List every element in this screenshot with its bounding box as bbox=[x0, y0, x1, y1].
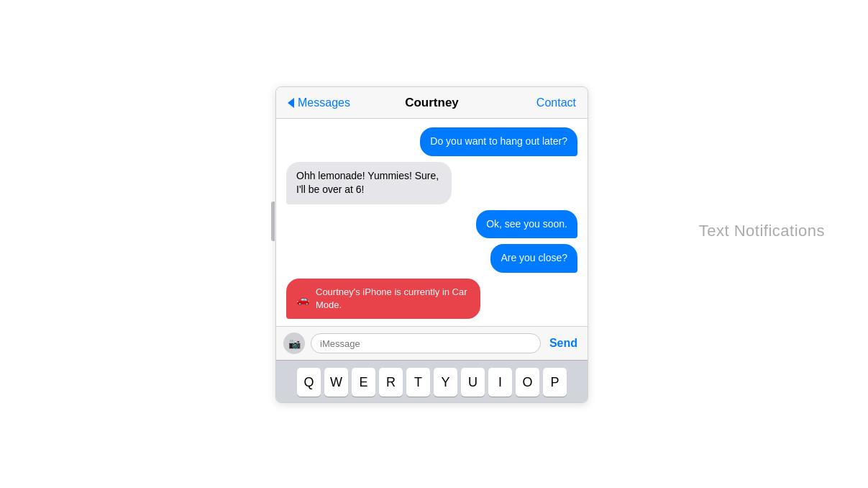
messages-header: Messages Courtney Contact bbox=[276, 87, 588, 119]
chevron-left-icon bbox=[288, 98, 294, 108]
key-q[interactable]: Q bbox=[297, 368, 321, 397]
message-bubble-out-3: Are you close? bbox=[490, 244, 577, 273]
key-i[interactable]: I bbox=[488, 368, 512, 397]
contact-button[interactable]: Contact bbox=[536, 96, 576, 109]
message-bubble-out-2: Ok, see you soon. bbox=[476, 210, 577, 239]
send-button[interactable]: Send bbox=[547, 337, 580, 350]
message-bubble-out-1: Do you want to hang out later? bbox=[420, 127, 577, 156]
car-icon: 🚗 bbox=[296, 292, 310, 307]
text-notifications-label: Text Notifications bbox=[699, 222, 825, 240]
key-r[interactable]: R bbox=[379, 368, 403, 397]
key-y[interactable]: Y bbox=[434, 368, 457, 397]
keyboard-area: Q W E R T Y U I O P bbox=[276, 360, 588, 402]
message-text: Ohh lemonade! Yummies! Sure, I'll be ove… bbox=[296, 170, 439, 196]
message-text: Do you want to hang out later? bbox=[430, 135, 567, 147]
key-t[interactable]: T bbox=[406, 368, 430, 397]
key-p[interactable]: P bbox=[543, 368, 567, 397]
phone-side-button bbox=[271, 202, 275, 241]
message-bubble-car-mode: 🚗 Courtney's iPhone is currently in Car … bbox=[286, 279, 480, 319]
back-label: Messages bbox=[298, 96, 350, 109]
key-e[interactable]: E bbox=[352, 368, 375, 397]
keyboard-row-1: Q W E R T Y U I O P bbox=[297, 368, 567, 397]
message-text: Ok, see you soon. bbox=[486, 218, 567, 230]
message-bubble-in-1: Ohh lemonade! Yummies! Sure, I'll be ove… bbox=[286, 162, 452, 204]
back-button[interactable]: Messages bbox=[288, 96, 350, 109]
camera-button[interactable]: 📷 bbox=[283, 333, 305, 354]
input-area: 📷 Send bbox=[276, 326, 588, 360]
imessage-input[interactable] bbox=[311, 333, 541, 353]
message-text: Are you close? bbox=[501, 252, 567, 263]
key-u[interactable]: U bbox=[461, 368, 485, 397]
conversation-title: Courtney bbox=[405, 96, 459, 110]
messages-area: Do you want to hang out later? Ohh lemon… bbox=[276, 119, 588, 326]
key-o[interactable]: O bbox=[516, 368, 539, 397]
camera-icon: 📷 bbox=[288, 338, 301, 349]
phone-frame: Messages Courtney Contact Do you want to… bbox=[275, 86, 588, 403]
car-mode-text: Courtney's iPhone is currently in Car Mo… bbox=[316, 286, 470, 312]
key-w[interactable]: W bbox=[324, 368, 348, 397]
